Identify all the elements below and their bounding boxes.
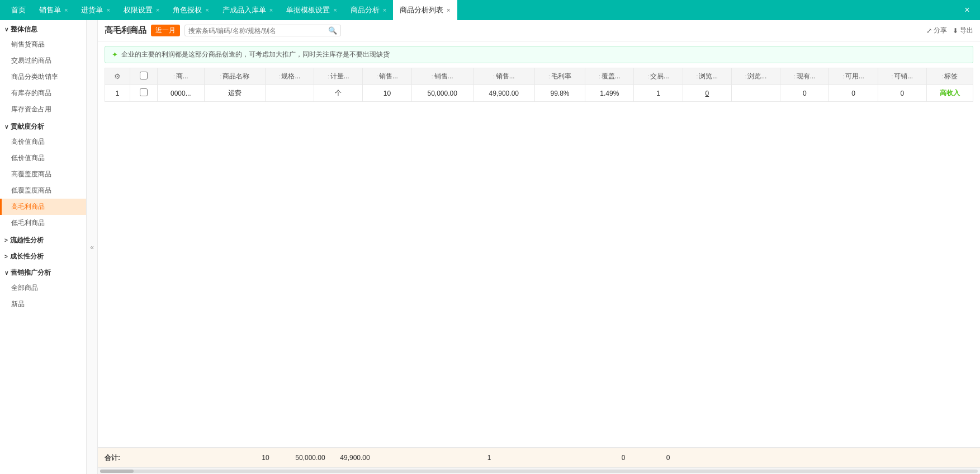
cell-salesAmt: 50,000.00 bbox=[411, 85, 473, 102]
nav-item-close-产成品入库单[interactable]: × bbox=[269, 7, 273, 13]
col-header-spec[interactable]: :规格... bbox=[265, 68, 314, 85]
nav-item-close-商品分析列表[interactable]: × bbox=[447, 7, 450, 13]
col-header-unit[interactable]: :计量... bbox=[314, 68, 363, 85]
col-header-salesQty[interactable]: :销售... bbox=[363, 68, 411, 85]
col-header-grossRate[interactable]: :毛利率 bbox=[534, 68, 585, 85]
sort-indicator[interactable]: : bbox=[432, 73, 433, 79]
data-table: ⚙:商...:商品名称:规格...:计量...:销售...:销售...:销售..… bbox=[105, 68, 973, 102]
footer-salesprofit-val: 49,900.00 bbox=[333, 454, 377, 462]
cell-tradeTimes: 1 bbox=[634, 85, 683, 102]
sidebar-item-有库存的商品[interactable]: 有库存的商品 bbox=[0, 85, 86, 101]
nav-item-销售单[interactable]: 销售单× bbox=[32, 0, 74, 20]
header-right: ⤢ 分享 ⬇ 导出 bbox=[926, 26, 973, 35]
sidebar-item-低毛利商品[interactable]: 低毛利商品 bbox=[0, 215, 86, 231]
table-wrapper: ⚙:商...:商品名称:规格...:计量...:销售...:销售...:销售..… bbox=[98, 68, 980, 447]
col-label-currentStock: 现有... bbox=[797, 72, 816, 81]
cell-name: 运费 bbox=[204, 85, 265, 102]
gear-icon[interactable]: ⚙ bbox=[114, 72, 121, 81]
sort-indicator[interactable]: : bbox=[696, 73, 698, 79]
nav-item-close-单据模板设置[interactable]: × bbox=[333, 7, 337, 13]
col-header-saleable[interactable]: :可销... bbox=[878, 68, 926, 85]
nav-item-角色授权[interactable]: 角色授权× bbox=[166, 0, 215, 20]
col-header-checkbox[interactable] bbox=[130, 68, 157, 85]
nav-item-首页[interactable]: 首页 bbox=[4, 0, 32, 20]
sort-indicator[interactable]: : bbox=[942, 73, 944, 79]
col-label-name: 商品名称 bbox=[222, 72, 249, 81]
col-header-tradeTimes[interactable]: :交易... bbox=[634, 68, 683, 85]
nav-item-产成品入库单[interactable]: 产成品入库单× bbox=[216, 0, 280, 20]
sort-indicator[interactable]: : bbox=[493, 73, 495, 79]
nav-item-close-商品分析[interactable]: × bbox=[383, 7, 386, 13]
sort-indicator[interactable]: : bbox=[891, 73, 893, 79]
sidebar-item-高价值商品[interactable]: 高价值商品 bbox=[0, 134, 86, 150]
content-header: 高毛利商品 近一月 🔍 ⤢ 分享 ⬇ 导出 bbox=[98, 20, 980, 41]
col-header-salesAmt[interactable]: :销售... bbox=[411, 68, 473, 85]
sidebar-section-流趋性分析[interactable]: >流趋性分析 bbox=[0, 231, 86, 247]
cell-tag: 高收入 bbox=[926, 85, 973, 102]
sidebar-section-整体信息[interactable]: ∨整体信息 bbox=[0, 20, 86, 36]
col-header-tag[interactable]: :标签 bbox=[926, 68, 973, 85]
col-header-available[interactable]: :可用... bbox=[829, 68, 878, 85]
nav-item-商品分析[interactable]: 商品分析× bbox=[344, 0, 393, 20]
sort-indicator[interactable]: : bbox=[279, 73, 281, 79]
select-all-checkbox[interactable] bbox=[140, 72, 148, 79]
nav-item-单据模板设置[interactable]: 单据模板设置× bbox=[280, 0, 343, 20]
col-header-salesProfit[interactable]: :销售... bbox=[473, 68, 534, 85]
search-icon[interactable]: 🔍 bbox=[328, 26, 337, 35]
time-filter-button[interactable]: 近一月 bbox=[151, 25, 180, 36]
nav-item-close-销售单[interactable]: × bbox=[64, 7, 68, 13]
sidebar-section-营销推广分析[interactable]: ∨营销推广分析 bbox=[0, 264, 86, 280]
sort-indicator[interactable]: : bbox=[842, 73, 844, 79]
window-close-button[interactable]: × bbox=[959, 0, 976, 20]
sidebar-item-交易过的商品[interactable]: 交易过的商品 bbox=[0, 53, 86, 69]
col-header-views1[interactable]: :浏览... bbox=[683, 68, 731, 85]
cell-code: 0000... bbox=[157, 85, 204, 102]
sidebar-item-销售货商品[interactable]: 销售货商品 bbox=[0, 36, 86, 53]
nav-item-权限设置[interactable]: 权限设置× bbox=[117, 0, 166, 20]
views-link[interactable]: 0 bbox=[705, 90, 709, 97]
sort-indicator[interactable]: : bbox=[599, 73, 600, 79]
sort-indicator[interactable]: : bbox=[328, 73, 329, 79]
export-button[interactable]: ⬇ 导出 bbox=[953, 26, 973, 35]
sidebar-item-新品[interactable]: 新品 bbox=[0, 296, 86, 312]
sort-indicator[interactable]: : bbox=[220, 73, 221, 79]
col-header-currentStock[interactable]: :现有... bbox=[780, 68, 829, 85]
nav-item-close-角色授权[interactable]: × bbox=[205, 7, 209, 13]
nav-item-close-进货单[interactable]: × bbox=[106, 7, 110, 13]
sort-indicator[interactable]: : bbox=[745, 73, 747, 79]
main-layout: ∨整体信息销售货商品交易过的商品商品分类助销率有库存的商品库存资金占用∨贡献度分… bbox=[0, 20, 980, 474]
nav-item-close-权限设置[interactable]: × bbox=[156, 7, 159, 13]
sort-indicator[interactable]: : bbox=[173, 73, 175, 79]
col-label-salesAmt: 销售... bbox=[434, 72, 453, 81]
sidebar-item-低覆盖度商品[interactable]: 低覆盖度商品 bbox=[0, 182, 86, 199]
sidebar-item-高覆盖度商品[interactable]: 高覆盖度商品 bbox=[0, 166, 86, 182]
col-header-name[interactable]: :商品名称 bbox=[204, 68, 265, 85]
sidebar-section-贡献度分析[interactable]: ∨贡献度分析 bbox=[0, 118, 86, 134]
cell-currentStock: 0 bbox=[780, 85, 829, 102]
sidebar-item-低价值商品[interactable]: 低价值商品 bbox=[0, 150, 86, 166]
cell-grossRate: 99.8% bbox=[534, 85, 585, 102]
sidebar-section-成长性分析[interactable]: >成长性分析 bbox=[0, 247, 86, 264]
sidebar-section-title-label: 成长性分析 bbox=[10, 252, 44, 261]
sidebar-item-全部商品[interactable]: 全部商品 bbox=[0, 280, 86, 296]
share-button[interactable]: ⤢ 分享 bbox=[926, 26, 947, 35]
nav-item-进货单[interactable]: 进货单× bbox=[74, 0, 116, 20]
sidebar-collapse-button[interactable]: « bbox=[87, 20, 98, 474]
sort-indicator[interactable]: : bbox=[794, 73, 796, 79]
col-header-coverage[interactable]: :覆盖... bbox=[585, 68, 634, 85]
sidebar-item-商品分类助销率[interactable]: 商品分类助销率 bbox=[0, 69, 86, 85]
footer-available-val: 0 bbox=[646, 454, 690, 462]
sidebar-item-高毛利商品[interactable]: 高毛利商品 bbox=[0, 199, 86, 215]
scroll-thumb[interactable] bbox=[100, 470, 134, 473]
row-checkbox[interactable] bbox=[140, 88, 148, 96]
sort-indicator[interactable]: : bbox=[647, 73, 649, 79]
col-header-views2[interactable]: :浏览... bbox=[731, 68, 780, 85]
col-header-gear[interactable]: ⚙ bbox=[105, 68, 130, 85]
sidebar-item-库存资金占用[interactable]: 库存资金占用 bbox=[0, 101, 86, 118]
col-header-code[interactable]: :商... bbox=[157, 68, 204, 85]
nav-item-商品分析列表[interactable]: 商品分析列表× bbox=[393, 0, 457, 20]
sort-indicator[interactable]: : bbox=[548, 73, 550, 79]
sort-indicator[interactable]: : bbox=[376, 73, 378, 79]
search-input[interactable] bbox=[188, 27, 328, 35]
horizontal-scrollbar[interactable] bbox=[98, 467, 980, 474]
